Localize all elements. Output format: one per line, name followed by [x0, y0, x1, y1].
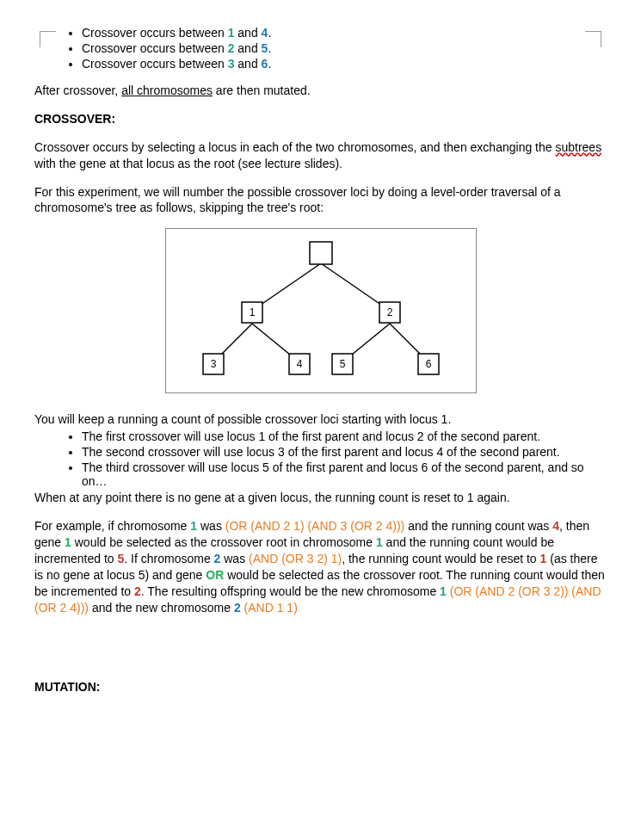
text: would be selected as the crossover root … [71, 535, 376, 549]
text: Crossover occurs between [82, 26, 228, 40]
gene-ref: 1 [65, 535, 71, 549]
paragraph-after-crossover: After crossover, all chromosomes are the… [34, 83, 607, 99]
text: . [268, 26, 271, 40]
tree-svg: 1 2 3 4 5 6 [165, 228, 477, 393]
text: . The resulting offspring would be the n… [141, 584, 440, 598]
tree-label: 6 [425, 359, 431, 371]
text: and the new chromosome [89, 601, 234, 615]
paragraph-running-intro: You will keep a running a count of possi… [34, 411, 607, 428]
list-item: Crossover occurs between 1 and 4. [82, 26, 607, 40]
list-item: The first crossover will use locus 1 of … [82, 429, 607, 443]
crop-mark-tr [585, 31, 601, 47]
count-value: 4 [552, 519, 559, 533]
crossover-pairs-list: Crossover occurs between 1 and 4. Crosso… [34, 26, 607, 71]
tree-label: 1 [249, 307, 255, 319]
paragraph-reset: When at any point there is no gene at a … [34, 490, 607, 506]
list-item: The third crossover will use locus 5 of … [82, 460, 607, 488]
paragraph-crossover-desc: Crossover occurs by selecting a locus in… [34, 139, 607, 172]
heading-mutation: MUTATION: [34, 679, 607, 695]
tree-node-root [310, 242, 332, 264]
expression: (AND (OR 3 2) 1) [249, 552, 342, 565]
text: and [234, 57, 261, 71]
text: and [234, 41, 261, 55]
text: and [234, 26, 261, 40]
text: . [268, 41, 271, 55]
text: Crossover occurs between [82, 57, 228, 71]
text: For example, if chromosome [34, 519, 190, 533]
heading-crossover: CROSSOVER: [34, 111, 607, 127]
misspelled-text: subtrees [555, 140, 601, 154]
list-item: The second crossover will use locus 3 of… [82, 445, 607, 459]
list-item: Crossover occurs between 3 and 6. [82, 57, 607, 71]
list-item: Crossover occurs between 2 and 5. [82, 41, 607, 55]
chromosome-ref: 1 [376, 535, 383, 549]
chromosome-ref: 2 [234, 601, 241, 615]
text: was [197, 519, 225, 533]
text: with the gene at that locus as the root … [34, 157, 342, 170]
text: . If chromosome [124, 552, 213, 565]
expression: (OR (AND 2 1) (AND 3 (OR 2 4))) [225, 519, 404, 533]
text: and the running count was [404, 519, 552, 533]
tree-label: 3 [210, 359, 216, 371]
text: , the running count would be reset to [342, 552, 539, 565]
text: Crossover occurs between [82, 41, 228, 55]
text: was [220, 552, 249, 565]
tree-label: 4 [296, 359, 302, 371]
chromosome-ref: 1 [190, 519, 197, 533]
paragraph-experiment: For this experiment, we will number the … [34, 184, 607, 217]
tree-label: 2 [386, 307, 392, 319]
crop-mark-tl [40, 31, 56, 47]
text: . [268, 57, 271, 71]
expression: (AND 1 1) [244, 601, 298, 615]
text: Crossover occurs by selecting a locus in… [34, 140, 555, 154]
crossover-rules-list: The first crossover will use locus 1 of … [34, 429, 607, 488]
tree-diagram: 1 2 3 4 5 6 [34, 228, 607, 396]
text: are then mutated. [213, 83, 311, 97]
paragraph-example: For example, if chromosome 1 was (OR (AN… [34, 518, 607, 615]
count-value: 2 [134, 584, 141, 598]
tree-label: 5 [339, 359, 345, 371]
text: After crossover, [34, 83, 121, 97]
gene-ref: OR [206, 568, 224, 582]
underlined-text: all chromosomes [121, 83, 213, 97]
chromosome-ref: 1 [440, 584, 447, 598]
